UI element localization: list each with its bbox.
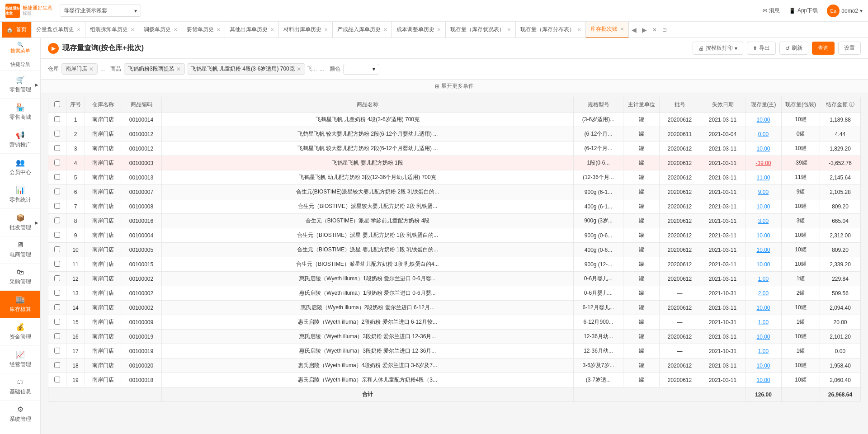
stock-main-link[interactable]: 10.00 — [756, 203, 770, 210]
row-checkbox[interactable] — [54, 217, 60, 223]
color-select[interactable]: ▾ — [343, 64, 379, 75]
stock-main-link[interactable]: 10.00 — [756, 363, 770, 369]
sidebar-item-ecom[interactable]: 🖥 电商管理 — [0, 236, 40, 264]
settings-btn[interactable]: 设置 — [838, 42, 861, 55]
close-icon[interactable]: ✕ — [217, 27, 220, 32]
stock-main-link[interactable]: 10.00 — [756, 305, 770, 311]
row-stock-main[interactable]: 0.00 — [745, 127, 782, 142]
row-checkbox-cell[interactable] — [48, 286, 66, 301]
row-stock-main[interactable]: 9.00 — [745, 185, 782, 199]
close-icon[interactable]: ✕ — [324, 27, 328, 32]
stock-main-link[interactable]: 10.00 — [756, 261, 770, 268]
row-checkbox[interactable] — [54, 362, 60, 368]
row-checkbox-cell[interactable] — [48, 127, 66, 142]
row-checkbox[interactable] — [54, 189, 60, 194]
stock-main-link[interactable]: -39.00 — [755, 160, 771, 166]
app-download-btn[interactable]: 📱 App下载 — [789, 7, 818, 14]
col-checkbox[interactable] — [48, 97, 66, 113]
close-icon[interactable]: ✕ — [577, 27, 581, 32]
row-checkbox-cell[interactable] — [48, 228, 66, 243]
tab-disassemble[interactable]: 组装拆卸单历史 ✕ — [85, 22, 139, 38]
stock-main-link[interactable]: 2.00 — [758, 290, 769, 297]
tenant-selector[interactable]: 母婴行业演示账套 ▾ — [60, 5, 141, 17]
tab-home[interactable]: 🏠 首页 — [2, 22, 32, 38]
stock-main-link[interactable]: 0.00 — [758, 131, 769, 137]
sidebar-item-retail[interactable]: 🛒 零售管理 ▶ — [0, 71, 40, 99]
row-stock-main[interactable]: 1.00 — [745, 315, 782, 330]
product-more[interactable]: 飞... — [307, 65, 317, 73]
close-icon[interactable]: ✕ — [77, 27, 80, 32]
row-checkbox-cell[interactable] — [48, 156, 66, 170]
message-btn[interactable]: ✉ 消息 — [763, 7, 780, 14]
stock-main-link[interactable]: 9.00 — [758, 189, 769, 195]
row-checkbox[interactable] — [54, 160, 60, 165]
row-stock-main[interactable]: -39.00 — [745, 156, 782, 170]
row-checkbox[interactable] — [54, 261, 60, 267]
row-checkbox[interactable] — [54, 275, 60, 281]
row-checkbox-cell[interactable] — [48, 315, 66, 330]
tab-cost-adjust[interactable]: 成本调整单历史 ✕ — [392, 22, 446, 38]
row-checkbox[interactable] — [54, 377, 60, 382]
sidebar-item-purchase[interactable]: 🛍 采购管理 — [0, 264, 40, 291]
stock-main-link[interactable]: 3.00 — [758, 218, 769, 224]
tab-stock-dist[interactable]: 现存量（库存分布表） ✕ — [516, 22, 586, 38]
close-icon[interactable]: ✕ — [383, 27, 387, 32]
stock-main-link[interactable]: 10.00 — [756, 247, 770, 253]
tab-batch-voucher[interactable]: 库存批次账 ✕ — [586, 22, 629, 38]
row-stock-main[interactable]: 10.00 — [745, 301, 782, 315]
sidebar-item-biz[interactable]: 📈 经营管理 — [0, 346, 40, 373]
row-stock-main[interactable]: 11.00 — [745, 170, 782, 185]
row-checkbox[interactable] — [54, 290, 60, 296]
sidebar-item-stat[interactable]: 📊 零售统计 — [0, 181, 40, 209]
row-checkbox[interactable] — [54, 333, 60, 339]
row-stock-main[interactable]: 1.00 — [745, 272, 782, 286]
sidebar-item-coop[interactable]: 🤝 企业协同 — [0, 428, 40, 434]
warehouse-tag[interactable]: 南岸门店 ✕ — [61, 63, 98, 75]
close-icon[interactable]: ✕ — [270, 27, 274, 32]
close-icon[interactable]: ✕ — [176, 66, 181, 72]
row-checkbox-cell[interactable] — [48, 243, 66, 257]
stock-main-link[interactable]: 1.00 — [758, 276, 769, 282]
row-checkbox-cell[interactable] — [48, 199, 66, 214]
close-icon[interactable]: ✕ — [297, 66, 301, 72]
sidebar-item-shop[interactable]: 🏪 零售商城 — [0, 99, 40, 126]
row-checkbox[interactable] — [54, 145, 60, 151]
close-icon[interactable]: ✕ — [131, 27, 134, 32]
stock-main-link[interactable]: 10.00 — [756, 146, 770, 152]
row-checkbox-cell[interactable] — [48, 170, 66, 185]
row-stock-main[interactable]: 1.00 — [745, 344, 782, 359]
row-checkbox[interactable] — [54, 304, 60, 310]
select-all-checkbox[interactable] — [54, 101, 60, 107]
stock-main-link[interactable]: 10.00 — [756, 334, 770, 340]
row-checkbox[interactable] — [54, 348, 60, 354]
sidebar-item-member[interactable]: 👥 会员中心 — [0, 154, 40, 181]
close-icon[interactable]: ✕ — [620, 27, 624, 32]
row-stock-main[interactable]: 10.00 — [745, 113, 782, 127]
print-btn[interactable]: 🖨 按模板打印 ▾ — [693, 42, 743, 55]
stock-main-link[interactable]: 1.00 — [758, 319, 769, 326]
row-checkbox-cell[interactable] — [48, 214, 66, 228]
row-checkbox[interactable] — [54, 174, 60, 180]
row-checkbox-cell[interactable] — [48, 359, 66, 373]
row-stock-main[interactable]: 10.00 — [745, 199, 782, 214]
tab-material-out[interactable]: 材料出库单历史 ✕ — [279, 22, 333, 38]
tab-other-out[interactable]: 其他出库单历史 ✕ — [225, 22, 279, 38]
row-checkbox-cell[interactable] — [48, 257, 66, 272]
sidebar-item-system[interactable]: ⚙ 系统管理 — [0, 401, 40, 428]
query-btn[interactable]: 查询 — [812, 42, 835, 55]
row-stock-main[interactable]: 10.00 — [745, 330, 782, 344]
stock-main-link[interactable]: 1.00 — [758, 348, 769, 354]
stock-main-link[interactable]: 10.00 — [756, 377, 770, 383]
stock-main-link[interactable]: 10.00 — [756, 232, 770, 239]
sidebar-quick-nav[interactable]: 快捷导航 — [0, 58, 40, 71]
sidebar-item-wholesale[interactable]: 📦 批发管理 ▶ — [0, 209, 40, 236]
row-stock-main[interactable]: 2.00 — [745, 286, 782, 301]
row-stock-main[interactable]: 3.00 — [745, 214, 782, 228]
row-checkbox-cell[interactable] — [48, 330, 66, 344]
tab-product-in[interactable]: 产成品入库单历史 ✕ — [333, 22, 392, 38]
export-btn[interactable]: ⬆ 导出 — [747, 42, 776, 55]
product-tag-1[interactable]: 飞鹤奶粉3段两提装 ✕ — [124, 63, 185, 75]
close-icon[interactable]: ✕ — [174, 27, 177, 32]
sidebar-item-stock[interactable]: 🏬 库存核算 — [0, 291, 40, 318]
row-stock-main[interactable]: 10.00 — [745, 257, 782, 272]
